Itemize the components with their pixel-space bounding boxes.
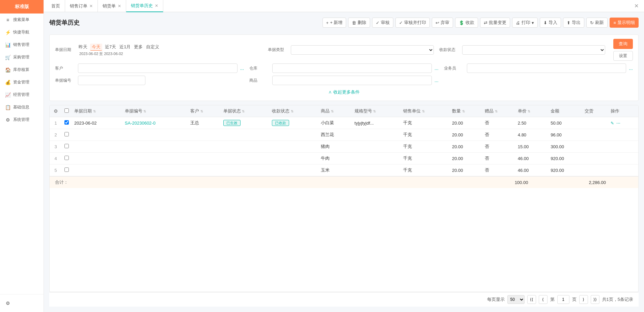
- per-page-select[interactable]: 50 20 100: [507, 295, 525, 304]
- doc-status-badge-0: 已生效: [223, 120, 241, 126]
- delete-button[interactable]: 🗑 删除: [348, 18, 370, 28]
- shortcut-custom[interactable]: 自定义: [145, 44, 160, 50]
- col-qty[interactable]: 数量 ⇅: [449, 105, 482, 117]
- filter-doctype-select[interactable]: [291, 45, 434, 55]
- tab-sales-history[interactable]: 销货单历史 ✕: [126, 0, 163, 12]
- col-goods[interactable]: 商品 ⇅: [318, 105, 352, 117]
- sidebar-item-quick-nav[interactable]: ⚡ 快捷导航: [0, 26, 44, 38]
- cell-spec-2: [352, 141, 401, 153]
- tab-home[interactable]: 首页: [47, 0, 65, 12]
- tab-sales-order-close[interactable]: ✕: [89, 4, 93, 8]
- batch-change-button[interactable]: ⇄ 批量变更: [480, 18, 510, 28]
- filter-warehouse-label: 仓库: [249, 66, 270, 71]
- tab-sales-history-close[interactable]: ✕: [155, 3, 158, 8]
- row-checkbox-1[interactable]: [64, 132, 69, 136]
- data-table: ⚙ 单据日期 ⇅ 单据编号 ⇅: [50, 105, 638, 176]
- abandon-button[interactable]: ↩ 弃审: [432, 18, 453, 28]
- sidebar-item-base-info[interactable]: 📋 基础信息: [0, 101, 44, 113]
- print-button[interactable]: 🖨 打印 ▾: [512, 18, 538, 28]
- query-button[interactable]: 查询: [613, 39, 633, 49]
- customer-picker-btn[interactable]: ...: [240, 66, 244, 71]
- import-button[interactable]: ⬇ 导入: [540, 18, 561, 28]
- shortcut-yesterday[interactable]: 昨天: [78, 44, 88, 50]
- set-button[interactable]: 设置: [613, 51, 633, 61]
- col-price[interactable]: 单价 ⇅: [515, 105, 548, 117]
- col-date[interactable]: 单据日期 ⇅: [72, 105, 122, 117]
- tab-sales-order[interactable]: 销售订单 ✕: [65, 0, 98, 12]
- tab-sales-history-label: 销货单历史: [131, 3, 153, 9]
- cell-checkbox-2[interactable]: [62, 141, 72, 153]
- cell-checkbox-1[interactable]: [62, 129, 72, 141]
- row-checkbox-3[interactable]: [64, 156, 69, 160]
- print-label: 打印: [522, 20, 530, 26]
- col-collect-status[interactable]: 收款状态 ⇅: [269, 105, 318, 117]
- col-deal: 交货: [582, 105, 608, 117]
- filter-docno-input[interactable]: [78, 76, 145, 85]
- shortcut-7days[interactable]: 近7天: [104, 44, 117, 50]
- filter-customer-input[interactable]: [78, 63, 237, 73]
- audit-print-label: 审核并打印: [404, 20, 426, 26]
- filter-salesperson-item: 业务员 ...: [444, 63, 633, 73]
- col-doc-no[interactable]: 单据编号 ⇅: [122, 105, 188, 117]
- sidebar-item-sales-mgmt[interactable]: 📊 销售管理: [0, 38, 44, 51]
- shortcut-1month[interactable]: 近1月: [119, 44, 131, 50]
- row-checkbox-4[interactable]: [64, 167, 69, 172]
- sidebar-bottom-btn1[interactable]: ⚙: [0, 297, 44, 309]
- sidebar-item-purchase-mgmt[interactable]: 🛒 采购管理: [0, 51, 44, 63]
- col-unit[interactable]: 销售单位 ⇅: [400, 105, 449, 117]
- row-checkbox-0[interactable]: [64, 120, 69, 125]
- row-checkbox-2[interactable]: [64, 144, 69, 148]
- date-shortcuts: 昨天 今天 近7天 近1月 更多 自定义: [78, 44, 262, 51]
- cell-docno-4: [122, 164, 188, 176]
- last-page-btn[interactable]: ⟩⟩: [591, 295, 599, 304]
- sidebar-item-fund-mgmt[interactable]: 💰 资金管理: [0, 76, 44, 88]
- gear-icon[interactable]: ⚙: [54, 108, 58, 114]
- page-label: 第: [550, 296, 555, 303]
- tab-sales-goods-close[interactable]: ✕: [118, 4, 121, 8]
- sidebar-item-ops-mgmt[interactable]: 📈 经营管理: [0, 88, 44, 101]
- col-gift[interactable]: 赠品 ⇅: [482, 105, 515, 117]
- first-page-btn[interactable]: ⟨⟨: [527, 295, 536, 304]
- delete-icon: 🗑: [352, 20, 356, 25]
- col-doc-status[interactable]: 单据状态 ⇅: [221, 105, 270, 117]
- select-all-checkbox[interactable]: [64, 108, 69, 113]
- tab-sales-goods[interactable]: 销货单 ✕: [98, 0, 126, 12]
- sidebar-item-sys-mgmt[interactable]: ⚙ 系统管理: [0, 113, 44, 126]
- cell-checkbox-3[interactable]: [62, 153, 72, 164]
- filter-salesperson-input[interactable]: [467, 63, 626, 73]
- cell-checkbox-4[interactable]: [62, 164, 72, 176]
- warehouse-picker-btn[interactable]: ...: [435, 66, 439, 71]
- add-button[interactable]: + + 新增: [323, 18, 346, 28]
- window-close-btn[interactable]: ✕: [632, 3, 641, 9]
- prev-page-btn[interactable]: ⟨: [539, 295, 548, 304]
- sidebar-item-inventory-calc[interactable]: 🏠 库存核算: [0, 63, 44, 76]
- filter-goods-input[interactable]: [272, 76, 432, 85]
- shortcut-today[interactable]: 今天: [90, 44, 102, 51]
- filter-collapse-btn[interactable]: ∧ 收起更多条件: [55, 88, 633, 97]
- col-spec[interactable]: 规格型号 ⇅: [352, 105, 401, 117]
- cell-docstatus-0: 已生效: [221, 117, 270, 129]
- edit-btn-0[interactable]: ✎: [611, 121, 614, 126]
- shortcut-more[interactable]: 更多: [133, 44, 143, 50]
- export-button[interactable]: ⬆ 导出: [563, 18, 584, 28]
- cell-checkbox-0[interactable]: [62, 117, 72, 129]
- sidebar-item-search-menu[interactable]: ≡ 搜索菜单: [0, 14, 44, 26]
- audit-button[interactable]: ✓ 审核: [372, 18, 393, 28]
- show-detail-button[interactable]: ≡ 显示明细: [610, 18, 639, 28]
- audit-print-button[interactable]: ✓ 审核并打印: [395, 18, 430, 28]
- filter-collect-select[interactable]: [462, 45, 605, 55]
- col-customer[interactable]: 客户 ⇅: [188, 105, 220, 117]
- page-input[interactable]: [557, 295, 569, 304]
- filter-warehouse-input[interactable]: [272, 63, 432, 73]
- col-gear[interactable]: ⚙: [50, 105, 62, 117]
- sidebar-logo: 标准版: [0, 0, 44, 14]
- collect-button[interactable]: 💲 收款: [455, 18, 478, 28]
- more-btn-0[interactable]: ⋯: [616, 121, 620, 126]
- next-page-btn[interactable]: ⟩: [579, 295, 588, 304]
- refresh-button[interactable]: ↻ 刷新: [586, 18, 608, 28]
- col-checkbox[interactable]: [62, 105, 72, 117]
- salesperson-picker-btn[interactable]: ...: [629, 66, 633, 71]
- cell-date-2: [72, 141, 122, 153]
- cell-action-4: [608, 164, 638, 176]
- goods-picker-btn[interactable]: ...: [435, 78, 439, 83]
